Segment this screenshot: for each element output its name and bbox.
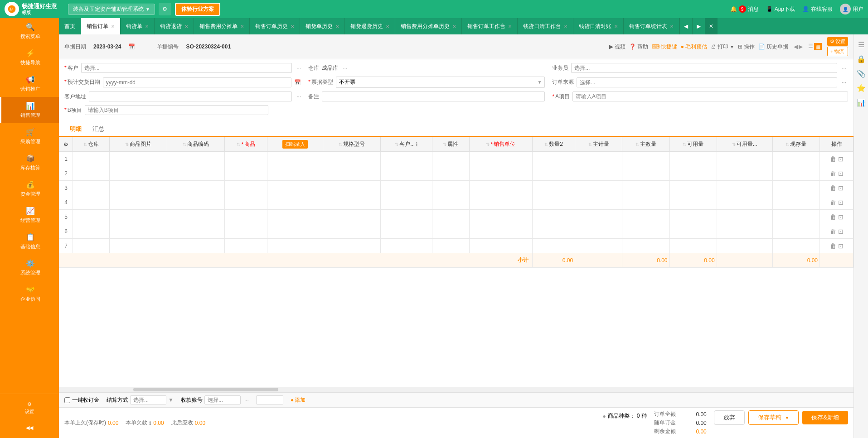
tab-close-3[interactable]: ✕ [184,24,188,29]
payment-amount-input[interactable]: 0.00 [256,395,283,404]
tab-9[interactable]: 销售订单工作台✕ [462,18,518,34]
salesperson-expand[interactable]: ··· [842,65,846,71]
add-payment-button[interactable]: ● 添加 [291,396,305,404]
customer-addr-expand[interactable]: ··· [296,93,301,100]
tab-close-7[interactable]: ✕ [386,24,389,29]
view-grid-icon[interactable]: ▦ [814,43,822,50]
tab-close-11[interactable]: ✕ [614,24,618,29]
tab-2[interactable]: 销货单✕ [121,18,155,34]
tab-close-4[interactable]: ✕ [240,24,244,29]
payment-account-input[interactable] [204,395,241,404]
tab-close-8[interactable]: ✕ [452,24,456,29]
sidebar-item-0[interactable]: 🔍搜索菜单 [0,18,59,44]
nav-next[interactable]: ▶ [799,43,803,50]
tab-close-6[interactable]: ✕ [335,24,339,29]
horizontal-scrollbar[interactable] [59,387,853,392]
a-project-input[interactable] [572,91,848,101]
tab-6[interactable]: 销货单历史✕ [300,18,345,34]
online-service-button[interactable]: 👤 在线客服 [802,5,833,13]
set-button[interactable]: ⚙ 设置 [827,37,848,46]
tab-11[interactable]: 钱货日清对账✕ [573,18,624,34]
nav-prev[interactable]: ◀ [794,43,798,50]
notification-button[interactable]: 🔔 9 消息 [730,5,759,13]
system-title[interactable]: 装备及固定资产辅助管理系统 ▼ [68,4,155,15]
app-download-button[interactable]: 📱 App下载 [766,5,795,13]
one-click-deposit[interactable]: 一键收订金 [64,396,99,404]
tab-12[interactable]: 销售订单统计表✕ [624,18,679,34]
delete-icon-0[interactable]: 🗑 [830,155,836,163]
right-icon-5[interactable]: 📊 [855,96,868,109]
delete-icon-2[interactable]: 🗑 [830,184,836,192]
payment-account-expand[interactable]: ··· [244,397,249,403]
calendar-icon[interactable]: 📅 [128,43,135,50]
date-picker-icon[interactable]: 📅 [294,79,301,86]
scroll-thumb[interactable] [133,388,278,391]
tab-close-10[interactable]: ✕ [564,24,567,29]
sidebar-item-8[interactable]: 📋基础信息 [0,228,59,255]
customer-addr-input[interactable] [89,91,292,101]
ticket-type-select[interactable]: 不开票 ▼ [336,77,545,88]
copy-icon-6[interactable]: ⊡ [838,242,844,250]
salesperson-input[interactable] [571,63,837,73]
tab-8[interactable]: 销售费用分摊单历史✕ [395,18,462,34]
right-icon-3[interactable]: 📎 [855,67,868,80]
settings-button[interactable]: ⚙ [159,3,171,15]
copy-icon-0[interactable]: ⊡ [838,155,844,163]
dropdown-arrow-draft[interactable]: ▼ [785,415,789,420]
order-source-input[interactable] [577,77,837,87]
sidebar-item-1[interactable]: ⚡快捷导航 [0,44,59,71]
warehouse-expand[interactable]: ··· [343,65,347,71]
sidebar-item-7[interactable]: 📈经营管理 [0,202,59,228]
tab-7[interactable]: 销货退货历史✕ [345,18,395,34]
sidebar-item-5[interactable]: 📦库存核算 [0,149,59,176]
copy-icon-4[interactable]: ⊡ [838,213,844,221]
sidebar-item-2[interactable]: 📢营销推广 [0,71,59,97]
customer-expand[interactable]: ··· [296,65,301,71]
delete-icon-6[interactable]: 🗑 [830,242,836,250]
sidebar-item-4[interactable]: 🛒采购管理 [0,123,59,149]
tab-3[interactable]: 销货退货✕ [155,18,194,34]
expected-date-input[interactable] [103,77,291,87]
right-icon-4[interactable]: ⭐ [855,82,868,94]
copy-icon-1[interactable]: ⊡ [838,170,844,177]
view-list-icon[interactable]: ☰ [808,43,813,50]
sidebar-item-3[interactable]: 📊销售管理 [0,97,59,123]
tab-close-5[interactable]: ✕ [291,24,294,29]
tab-nav-prev[interactable]: ◀ [679,18,692,34]
scan-button[interactable]: 扫码录入 [282,140,308,149]
col-settings[interactable]: ⚙ [59,137,73,152]
b-project-input[interactable] [85,105,268,115]
sidebar-item-6[interactable]: 💰资金管理 [0,176,59,202]
customer-input[interactable] [81,63,292,73]
copy-icon-3[interactable]: ⊡ [838,199,844,206]
note-input[interactable] [322,91,545,101]
tab-detail[interactable]: 明细 [64,122,87,137]
industry-button[interactable]: 体验行业方案 [175,3,220,16]
sidebar-item-9[interactable]: ⚙️系统管理 [0,255,59,281]
delete-icon-1[interactable]: 🗑 [830,170,836,177]
delete-icon-4[interactable]: 🗑 [830,213,836,221]
video-action[interactable]: ▶ 视频 [609,43,626,51]
tab-5[interactable]: 销售订单历史✕ [250,18,300,34]
help-action[interactable]: ❓ 帮助 [629,43,648,51]
add-logistics-button[interactable]: + 物流 [827,47,848,56]
tab-close-9[interactable]: ✕ [508,24,512,29]
print-action[interactable]: 🖨 打印 ▼ [711,43,734,51]
tab-nav-next[interactable]: ▶ [692,18,705,34]
history-action[interactable]: 📄 历史单据 [758,43,788,51]
sidebar-item-10[interactable]: 🤝企业协同 [0,281,59,307]
delete-icon-3[interactable]: 🗑 [830,199,836,206]
tab-close-1[interactable]: ✕ [111,24,115,29]
tab-more[interactable]: ✕ [705,18,718,34]
user-button[interactable]: 👤 用户 [840,4,863,14]
save-new-button[interactable]: 保存&新增 [802,411,848,424]
payment-method-arrow[interactable]: ▼ [168,397,174,403]
one-click-checkbox[interactable] [64,397,70,403]
tab-0[interactable]: 首页 [59,18,81,34]
tab-10[interactable]: 钱货日清工作台✕ [518,18,573,34]
shortcut-action[interactable]: ⌨ 快捷键 [652,43,677,51]
save-draft-button[interactable]: 保存草稿 ▼ [748,410,799,425]
sidebar-settings[interactable]: ⚙ 设置 [23,398,36,419]
tab-1[interactable]: 销售订单✕ [81,18,121,34]
operation-action[interactable]: ⊞ 操作 [738,43,755,51]
